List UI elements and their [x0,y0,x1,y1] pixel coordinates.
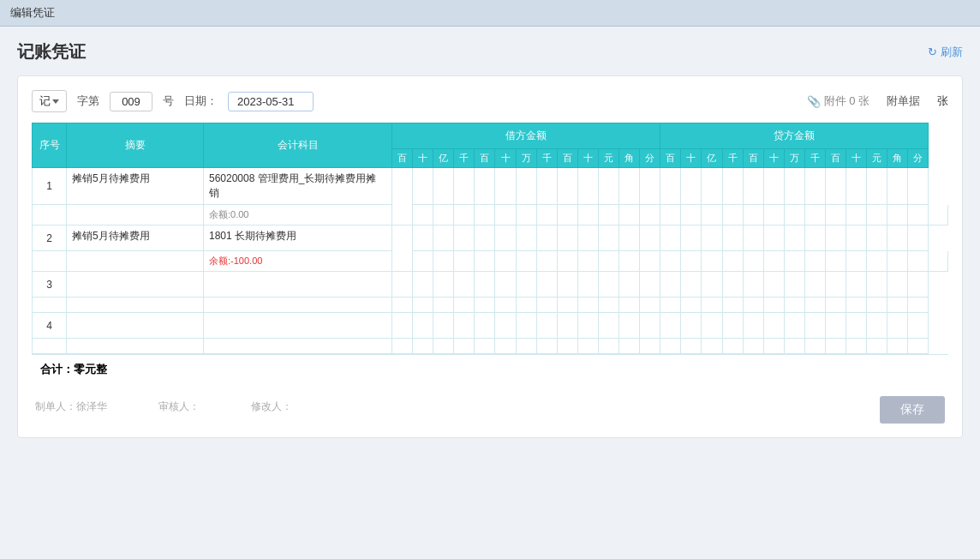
refresh-button[interactable]: ↻ 刷新 [928,45,963,60]
cell-credit-10[interactable] [846,313,867,339]
cell-credit-9[interactable] [825,168,846,205]
cell-credit-13[interactable] [908,313,929,339]
cell-debit-12[interactable] [619,225,640,251]
cell-debit-4[interactable] [454,272,475,298]
cell-credit-6[interactable] [763,225,784,251]
cell-debit-11[interactable] [598,168,618,205]
cell-credit-3[interactable] [702,272,722,298]
cell-credit-8[interactable] [804,168,825,205]
cell-debit-10[interactable] [577,313,598,339]
cell-credit-8[interactable] [804,313,825,339]
cell-credit-10[interactable] [846,168,867,205]
cell-credit-4[interactable] [722,225,743,251]
cell-credit-7[interactable] [784,168,804,205]
cell-debit-5[interactable] [475,313,495,339]
cell-credit-11[interactable] [867,313,887,339]
cell-summary[interactable]: 摊销5月待摊费用 [67,225,204,251]
cell-credit-9[interactable] [825,225,846,251]
cell-summary[interactable]: 摊销5月待摊费用 [67,168,204,205]
cell-credit-5[interactable] [743,272,763,298]
cell-credit-11[interactable] [867,168,887,205]
cell-debit-3[interactable] [433,272,454,298]
cell-debit-2[interactable] [413,225,433,251]
cell-debit-5[interactable] [475,168,495,205]
cell-credit-12[interactable] [887,225,908,251]
cell-credit-1[interactable] [660,313,681,339]
cell-credit-13[interactable] [908,225,929,251]
cell-credit-13[interactable] [908,272,929,298]
attach-dan[interactable]: 附单据 [887,93,920,109]
cell-debit-1[interactable] [392,225,413,272]
cell-debit-8[interactable] [536,313,557,339]
cell-account[interactable] [204,313,392,339]
cell-credit-4[interactable] [722,272,743,298]
cell-credit-2[interactable] [681,168,702,205]
cell-credit-1[interactable] [660,168,681,205]
cell-debit-11[interactable] [598,225,618,251]
cell-debit-9[interactable] [557,272,577,298]
cell-debit-2[interactable] [413,272,433,298]
cell-credit-10[interactable] [846,225,867,251]
cell-debit-3[interactable] [433,168,454,205]
cell-debit-6[interactable] [495,313,516,339]
voucher-number[interactable]: 009 [110,92,152,111]
cell-debit-3[interactable] [433,313,454,339]
cell-debit-13[interactable] [640,272,660,298]
cell-credit-10[interactable] [846,272,867,298]
cell-debit-4[interactable] [454,313,475,339]
cell-debit-9[interactable] [557,225,577,251]
cell-credit-2[interactable] [681,225,702,251]
cell-debit-5[interactable] [475,272,495,298]
cell-credit-7[interactable] [784,272,804,298]
date-field[interactable]: 2023-05-31 [228,92,314,111]
cell-summary[interactable] [67,313,204,339]
cell-debit-8[interactable] [536,225,557,251]
cell-debit-12[interactable] [619,272,640,298]
cell-credit-2[interactable] [681,272,702,298]
cell-credit-9[interactable] [825,313,846,339]
cell-debit-12[interactable] [619,313,640,339]
cell-debit-10[interactable] [577,225,598,251]
cell-debit-10[interactable] [577,272,598,298]
cell-credit-1[interactable] [660,272,681,298]
cell-credit-4[interactable] [722,313,743,339]
cell-debit-9[interactable] [557,168,577,205]
cell-debit-12[interactable] [619,168,640,205]
cell-debit-11[interactable] [598,272,618,298]
cell-credit-5[interactable] [743,313,763,339]
cell-debit-7[interactable] [516,225,536,251]
cell-debit-6[interactable] [495,225,516,251]
cell-debit-13[interactable] [640,313,660,339]
cell-debit-13[interactable] [640,168,660,205]
cell-credit-5[interactable] [743,225,763,251]
cell-credit-6[interactable] [763,272,784,298]
cell-credit-8[interactable] [804,272,825,298]
cell-debit-6[interactable] [495,272,516,298]
cell-debit-10[interactable] [577,168,598,205]
cell-debit-7[interactable] [516,168,536,205]
cell-account[interactable]: 56020008 管理费用_长期待摊费用摊销 [204,168,392,205]
cell-credit-8[interactable] [804,225,825,251]
cell-debit-9[interactable] [557,313,577,339]
cell-account[interactable]: 1801 长期待摊费用 [204,225,392,251]
cell-credit-6[interactable] [763,168,784,205]
cell-debit-6[interactable] [495,168,516,205]
cell-credit-7[interactable] [784,313,804,339]
cell-summary[interactable] [67,272,204,298]
cell-debit-11[interactable] [598,313,618,339]
cell-credit-2[interactable] [681,313,702,339]
cell-debit-1[interactable] [392,168,413,225]
cell-debit-2[interactable] [413,313,433,339]
voucher-type-button[interactable]: 记 [32,90,67,112]
cell-credit-12[interactable] [887,313,908,339]
cell-debit-8[interactable] [536,272,557,298]
cell-debit-1[interactable] [392,272,413,298]
cell-debit-1[interactable] [392,313,413,339]
cell-account[interactable] [204,272,392,298]
cell-credit-3[interactable] [702,225,722,251]
cell-credit-3[interactable] [702,168,722,205]
cell-credit-6[interactable] [763,313,784,339]
cell-credit-11[interactable] [867,225,887,251]
cell-debit-2[interactable] [413,168,433,205]
cell-debit-4[interactable] [454,168,475,205]
